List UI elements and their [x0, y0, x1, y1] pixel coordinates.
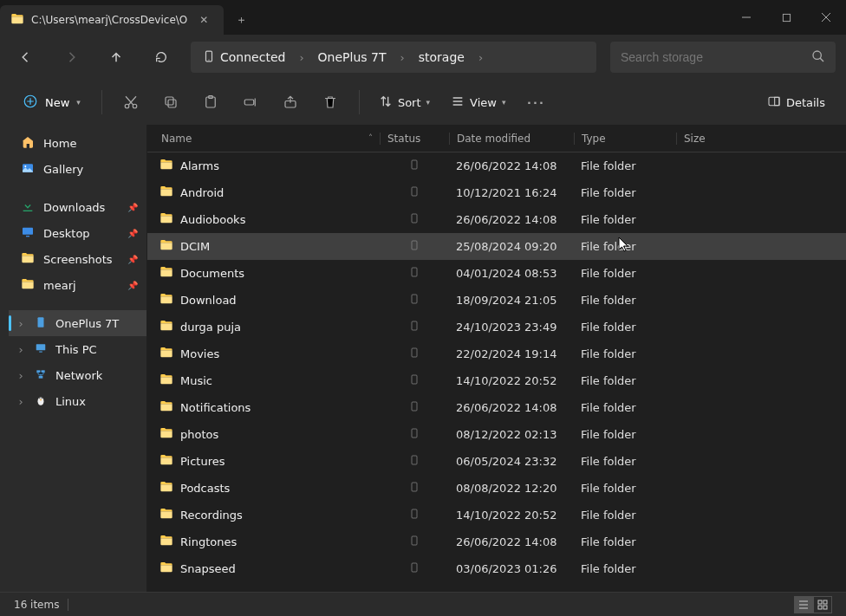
svg-rect-21: [42, 370, 45, 373]
rename-button[interactable]: [234, 86, 267, 119]
breadcrumb-device[interactable]: OnePlus 7T: [309, 42, 395, 73]
sidebar-home[interactable]: Home: [0, 130, 146, 156]
column-headers[interactable]: Name ˄ Status Date modified Type Size: [147, 125, 846, 152]
table-row[interactable]: Alarms26/06/2022 14:08File folder: [147, 152, 846, 179]
table-row[interactable]: Ringtones26/06/2022 14:08File folder: [147, 528, 846, 555]
copy-button[interactable]: [154, 86, 187, 119]
sidebar-pinned-mearj[interactable]: mearj 📌: [0, 272, 146, 298]
row-status-icon: [380, 347, 449, 361]
folder-icon: [159, 426, 173, 443]
delete-button[interactable]: [314, 86, 347, 119]
table-row[interactable]: Movies22/02/2024 19:14File folder: [147, 340, 846, 367]
sidebar-tree-oneplus[interactable]: › OnePlus 7T: [9, 310, 146, 336]
icons-view-toggle[interactable]: [813, 596, 832, 613]
table-row[interactable]: Download18/09/2024 21:05File folder: [147, 287, 846, 314]
close-tab-icon[interactable]: ✕: [194, 12, 213, 28]
chevron-down-icon: ▾: [502, 98, 506, 107]
table-row[interactable]: Snapseed03/06/2023 01:26File folder: [147, 555, 846, 582]
view-button[interactable]: View ▾: [444, 91, 512, 114]
col-header-type[interactable]: Type: [574, 133, 676, 145]
expand-icon[interactable]: ›: [16, 395, 26, 408]
chevron-right-icon[interactable]: ›: [473, 51, 488, 64]
table-row[interactable]: DCIM25/08/2024 09:20File folder: [147, 233, 846, 260]
svg-rect-22: [39, 375, 43, 378]
sidebar-pinned-downloads[interactable]: Downloads 📌: [0, 194, 146, 220]
minimize-button[interactable]: [726, 0, 766, 35]
active-tab[interactable]: C:\Users\mearj\CrossDevice\O ✕: [0, 5, 224, 35]
table-row[interactable]: Notifications26/06/2022 14:08File folder: [147, 394, 846, 421]
table-row[interactable]: Music14/10/2022 20:52File folder: [147, 367, 846, 394]
row-date: 26/06/2022 14:08: [449, 535, 574, 548]
forward-button[interactable]: [55, 42, 87, 73]
folder-icon: [159, 238, 173, 255]
sidebar-gallery[interactable]: Gallery: [0, 156, 146, 182]
svg-rect-42: [818, 600, 822, 604]
row-type: File folder: [574, 509, 676, 522]
refresh-button[interactable]: [146, 42, 177, 73]
breadcrumb-storage[interactable]: storage: [410, 42, 473, 73]
row-type: File folder: [574, 428, 676, 441]
breadcrumb-connected[interactable]: Connected: [194, 42, 294, 73]
sidebar-tree-thispc[interactable]: › This PC: [9, 336, 146, 362]
sidebar-tree-network[interactable]: › Network: [9, 362, 146, 388]
details-view-toggle[interactable]: [794, 596, 813, 613]
table-row[interactable]: Pictures06/05/2024 23:32File folder: [147, 448, 846, 475]
table-row[interactable]: photos08/12/2022 02:13File folder: [147, 421, 846, 448]
row-status-icon: [380, 481, 449, 496]
col-header-name[interactable]: Name ˄: [154, 133, 380, 145]
chevron-right-icon[interactable]: ›: [395, 51, 410, 64]
new-tab-button[interactable]: ＋: [224, 5, 258, 35]
row-name: Recordings: [180, 509, 243, 522]
up-button[interactable]: [101, 42, 132, 73]
row-status-icon: [380, 561, 449, 576]
breadcrumb[interactable]: Connected › OnePlus 7T › storage ›: [191, 42, 596, 73]
row-name: Audiobooks: [180, 213, 245, 226]
folder-icon: [159, 185, 173, 201]
expand-icon[interactable]: ›: [16, 317, 26, 330]
svg-rect-37: [412, 456, 417, 464]
back-button[interactable]: [10, 42, 42, 73]
table-row[interactable]: Recordings14/10/2022 20:52File folder: [147, 502, 846, 528]
search-box[interactable]: [610, 42, 836, 73]
more-button[interactable]: ···: [519, 86, 552, 119]
row-status-icon: [380, 320, 449, 334]
close-window-button[interactable]: [806, 0, 846, 35]
details-button[interactable]: Details: [760, 91, 832, 114]
sidebar-tree-linux[interactable]: › Linux: [9, 388, 146, 414]
cut-button[interactable]: [114, 86, 147, 119]
sort-button[interactable]: Sort ▾: [372, 91, 437, 114]
maximize-button[interactable]: [766, 0, 806, 35]
expand-icon[interactable]: ›: [16, 369, 26, 382]
sidebar-item-label: Linux: [55, 395, 86, 408]
svg-point-16: [24, 165, 26, 167]
share-button[interactable]: [274, 86, 307, 119]
row-name: Music: [180, 374, 212, 387]
svg-point-23: [38, 397, 44, 405]
svg-point-6: [133, 104, 137, 108]
table-row[interactable]: Documents04/01/2024 08:53File folder: [147, 260, 846, 287]
expand-icon[interactable]: ›: [16, 343, 26, 356]
paste-button[interactable]: [194, 86, 227, 119]
status-count: 16 items: [14, 599, 59, 611]
table-row[interactable]: Android10/12/2021 16:24File folder: [147, 179, 846, 206]
row-status-icon: [380, 266, 449, 281]
search-input[interactable]: [621, 50, 804, 64]
list-icon: [451, 94, 465, 111]
col-header-date[interactable]: Date modified: [449, 133, 574, 145]
svg-rect-8: [168, 100, 176, 107]
svg-rect-32: [412, 321, 417, 330]
new-button[interactable]: New ▾: [14, 88, 89, 117]
pin-icon: 📌: [127, 255, 138, 264]
row-date: 10/12/2021 16:24: [449, 186, 574, 199]
table-row[interactable]: Audiobooks26/06/2022 14:08File folder: [147, 206, 846, 233]
table-row[interactable]: Podcasts08/08/2022 12:20File folder: [147, 475, 846, 502]
sidebar-pinned-screenshots[interactable]: Screenshots 📌: [0, 246, 146, 272]
col-header-size[interactable]: Size: [676, 133, 745, 145]
table-row[interactable]: durga puja24/10/2023 23:49File folder: [147, 314, 846, 340]
search-icon[interactable]: [811, 49, 825, 66]
chevron-right-icon[interactable]: ›: [294, 51, 309, 64]
sidebar-pinned-desktop[interactable]: Desktop 📌: [0, 220, 146, 246]
col-header-status[interactable]: Status: [380, 133, 449, 145]
row-name: photos: [180, 428, 218, 441]
titlebar[interactable]: C:\Users\mearj\CrossDevice\O ✕ ＋: [0, 0, 846, 35]
